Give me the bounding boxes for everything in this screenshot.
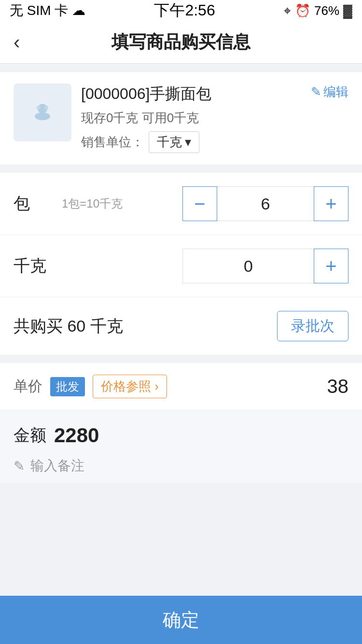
bag-label: 包 (14, 193, 57, 215)
status-time: 下午2:56 (154, 0, 215, 21)
kg-quantity-input[interactable] (182, 249, 314, 283)
status-left: 无 SIM 卡 ☁ (10, 1, 85, 20)
unit-select[interactable]: 千克 ▾ (149, 131, 199, 153)
alarm-icon: ⏰ (295, 3, 310, 18)
svg-point-2 (37, 106, 41, 110)
kg-label: 千克 (14, 255, 57, 277)
price-type-tag: 批发 (50, 377, 85, 396)
product-name: [0000006]手撕面包 (81, 84, 301, 105)
remark-icon: ✎ (14, 458, 25, 474)
amount-row: 金额 2280 (14, 424, 348, 447)
product-card: [0000006]手撕面包 现存0千克 可用0千克 销售单位： 千克 ▾ ✎ 编… (0, 71, 362, 165)
edit-icon: ✎ (311, 84, 321, 99)
bag-minus-button[interactable]: − (182, 186, 217, 221)
status-right: ⌖ ⏰ 76% ▓ (284, 3, 352, 18)
price-section: 单价 批发 价格参照 › 38 (0, 363, 362, 410)
edit-button[interactable]: ✎ 编辑 (311, 84, 348, 100)
amount-section: 金额 2280 ✎ 输入备注 (0, 410, 362, 483)
amount-label: 金额 (14, 424, 46, 447)
unit-value: 千克 (157, 134, 182, 151)
price-label: 单价 (14, 377, 42, 396)
form-row-bag: 包 1包=10千克 − + (0, 173, 362, 235)
product-image (14, 84, 71, 141)
batch-button[interactable]: 录批次 (277, 311, 348, 341)
total-row: 共购买 60 千克 录批次 (0, 297, 362, 355)
svg-point-3 (44, 106, 48, 110)
bag-quantity-input[interactable] (217, 186, 314, 221)
status-bar: 无 SIM 卡 ☁ 下午2:56 ⌖ ⏰ 76% ▓ (0, 0, 362, 21)
total-text: 共购买 60 千克 (14, 315, 123, 337)
location-icon: ⌖ (284, 3, 291, 18)
price-reference-button[interactable]: 价格参照 › (93, 375, 167, 398)
product-stock: 现存0千克 可用0千克 (81, 110, 301, 126)
remark-placeholder: 输入备注 (30, 457, 84, 475)
bag-plus-button[interactable]: + (314, 186, 348, 221)
kg-plus-button[interactable]: + (314, 249, 348, 283)
bag-sublabel: 1包=10千克 (62, 196, 123, 211)
svg-point-1 (35, 112, 50, 120)
battery-icon: ▓ (343, 3, 352, 18)
dropdown-icon: ▾ (185, 135, 191, 150)
bag-controls: − + (182, 186, 348, 221)
form-row-kg: 千克 + (0, 235, 362, 297)
unit-label: 销售单位： (81, 134, 144, 151)
back-button[interactable]: ‹ (14, 31, 20, 53)
price-value: 38 (327, 376, 349, 397)
battery-percent: 76% (314, 3, 339, 18)
nav-bar: ‹ 填写商品购买信息 (0, 21, 362, 64)
amount-value: 2280 (54, 424, 99, 447)
product-unit: 销售单位： 千克 ▾ (81, 131, 301, 153)
confirm-button[interactable]: 确定 (0, 596, 362, 644)
form-section: 包 1包=10千克 − + 千克 + 共购买 60 千克 录批次 (0, 173, 362, 355)
divider-1 (0, 355, 362, 363)
kg-controls: + (182, 249, 348, 283)
edit-label: 编辑 (323, 84, 348, 100)
sim-signal: 无 SIM 卡 ☁ (10, 1, 85, 20)
remark-row[interactable]: ✎ 输入备注 (14, 457, 348, 475)
product-info: [0000006]手撕面包 现存0千克 可用0千克 销售单位： 千克 ▾ (81, 84, 301, 153)
page-title: 填写商品购买信息 (111, 30, 251, 54)
